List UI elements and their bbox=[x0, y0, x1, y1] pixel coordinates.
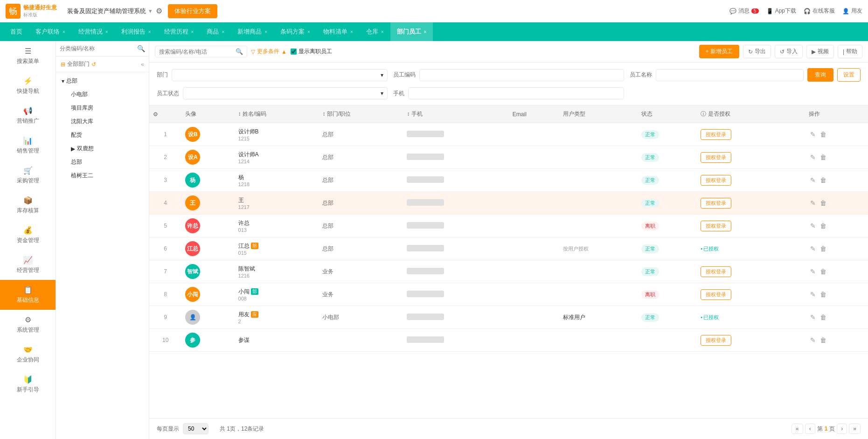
dept-collapse-btn[interactable]: « bbox=[141, 61, 144, 68]
edit-button[interactable]: ✎ bbox=[810, 176, 816, 184]
nav-tab-商品[interactable]: 商品× bbox=[200, 22, 231, 41]
add-employee-button[interactable]: + 新增员工 bbox=[699, 45, 739, 58]
delete-button[interactable]: 🗑 bbox=[820, 222, 826, 230]
nav-tab-经营历程[interactable]: 经营历程× bbox=[158, 22, 201, 41]
delete-button[interactable]: 🗑 bbox=[820, 268, 826, 275]
message-button[interactable]: 💬 消息 5 bbox=[729, 7, 759, 15]
edit-button[interactable]: ✎ bbox=[810, 336, 816, 344]
dept-item-shenyang[interactable]: 沈阳大库 bbox=[65, 115, 149, 128]
dept-item-zhishu[interactable]: 植树王二 bbox=[65, 169, 149, 182]
sidebar-item-purchase[interactable]: 🛒采购管理 bbox=[0, 160, 56, 190]
auth-login-button[interactable]: 授权登录 bbox=[701, 289, 731, 300]
sidebar-item-marketing[interactable]: 📢营销推广 bbox=[0, 101, 56, 131]
export-button[interactable]: ↻ 导出 bbox=[743, 45, 771, 58]
delete-button[interactable]: 🗑 bbox=[820, 291, 826, 298]
sidebar-item-basic[interactable]: 📋基础信息 bbox=[0, 280, 56, 310]
nav-tab-close-利润报告[interactable]: × bbox=[148, 29, 151, 35]
nav-tab-经营情况[interactable]: 经营情况× bbox=[72, 22, 115, 41]
last-page-button[interactable]: » bbox=[849, 424, 861, 434]
auth-login-button[interactable]: 授权登录 bbox=[701, 335, 731, 346]
filter-set-button[interactable]: 设置 bbox=[837, 68, 861, 82]
edit-button[interactable]: ✎ bbox=[810, 245, 816, 252]
delete-button[interactable]: 🗑 bbox=[820, 199, 826, 207]
auth-login-button[interactable]: 授权登录 bbox=[701, 221, 731, 231]
nav-tab-客户联络[interactable]: 客户联络× bbox=[29, 22, 72, 41]
dropdown-arrow-system[interactable]: ▾ bbox=[149, 7, 152, 14]
edit-button[interactable]: ✎ bbox=[810, 153, 816, 161]
nav-tab-close-仓库[interactable]: × bbox=[381, 29, 384, 35]
dept-item-zongbu[interactable]: 总部 bbox=[65, 155, 149, 169]
filter-search-button[interactable]: 查询 bbox=[807, 68, 833, 82]
gear-icon[interactable]: ⚙ bbox=[156, 7, 162, 15]
col-phone[interactable]: ↕ 手机 bbox=[403, 105, 509, 123]
auth-login-button[interactable]: 授权登录 bbox=[701, 129, 731, 140]
user-button[interactable]: 👤 用友 bbox=[842, 7, 862, 15]
nav-tab-close-条码方案[interactable]: × bbox=[307, 29, 310, 35]
show-resigned-checkbox[interactable] bbox=[291, 49, 297, 55]
nav-tab-close-新增商品[interactable]: × bbox=[264, 29, 267, 35]
col-dept[interactable]: ↕ 部门/职位 bbox=[319, 105, 403, 123]
filter-phone-input[interactable] bbox=[408, 87, 624, 99]
nav-tab-close-商品[interactable]: × bbox=[222, 29, 224, 35]
delete-button[interactable]: 🗑 bbox=[820, 153, 826, 161]
nav-tab-利润报告[interactable]: 利润报告× bbox=[115, 22, 158, 41]
filter-empname-input[interactable] bbox=[656, 69, 804, 81]
delete-button[interactable]: 🗑 bbox=[820, 176, 826, 184]
help-button[interactable]: | 帮助 bbox=[838, 45, 862, 58]
edit-button[interactable]: ✎ bbox=[810, 314, 816, 321]
sidebar-item-guide[interactable]: 🔰新手引导 bbox=[0, 369, 56, 399]
nav-tab-仓库[interactable]: 仓库× bbox=[360, 22, 390, 41]
filter-dept-select[interactable]: ▾ bbox=[172, 69, 388, 81]
app-download-button[interactable]: 📱 App下载 bbox=[766, 7, 796, 15]
auth-login-button[interactable]: 授权登录 bbox=[701, 175, 731, 186]
edit-button[interactable]: ✎ bbox=[810, 222, 816, 230]
nav-tab-close-物料清单[interactable]: × bbox=[350, 29, 353, 35]
col-settings[interactable]: ⚙ bbox=[149, 105, 181, 123]
edit-button[interactable]: ✎ bbox=[810, 131, 816, 138]
edit-button[interactable]: ✎ bbox=[810, 199, 816, 207]
next-page-button[interactable]: › bbox=[837, 424, 847, 434]
nav-tab-close-经营历程[interactable]: × bbox=[191, 29, 194, 35]
sidebar-item-operation[interactable]: 📈经营管理 bbox=[0, 250, 56, 280]
more-filter-button[interactable]: ▽ 更多条件 ▲ bbox=[251, 48, 287, 56]
nav-tab-新增商品[interactable]: 新增商品× bbox=[231, 22, 274, 41]
sidebar-item-sales[interactable]: 📊销售管理 bbox=[0, 131, 56, 160]
dept-item-peihuo[interactable]: 配货 bbox=[65, 128, 149, 142]
nav-tab-条码方案[interactable]: 条码方案× bbox=[274, 22, 317, 41]
filter-status-select[interactable]: ▾ bbox=[183, 87, 388, 99]
sidebar-item-collab[interactable]: 🤝企业协同 bbox=[0, 340, 56, 369]
filter-empcode-input[interactable] bbox=[419, 69, 624, 81]
delete-button[interactable]: 🗑 bbox=[820, 314, 826, 321]
dept-item-xiaodian[interactable]: 小电部 bbox=[65, 88, 149, 101]
import-button[interactable]: ↺ 导入 bbox=[775, 45, 803, 58]
dept-item-root[interactable]: ▾ 总部 bbox=[56, 74, 149, 88]
trial-button[interactable]: 体验行业方案 bbox=[168, 4, 217, 18]
nav-tab-物料清单[interactable]: 物料清单× bbox=[317, 22, 360, 41]
delete-button[interactable]: 🗑 bbox=[820, 245, 826, 252]
nav-tab-部门员工[interactable]: 部门员工× bbox=[390, 22, 433, 41]
first-page-button[interactable]: « bbox=[792, 424, 803, 434]
sidebar-item-inventory[interactable]: 📦库存核算 bbox=[0, 190, 56, 220]
video-button[interactable]: ▶ 视频 bbox=[806, 45, 834, 58]
dept-item-shuanglu[interactable]: ▶双鹿想 bbox=[65, 142, 149, 155]
edit-button[interactable]: ✎ bbox=[810, 268, 816, 275]
employee-search-input[interactable] bbox=[159, 49, 234, 55]
col-name[interactable]: ↕ 姓名/编码 bbox=[235, 105, 319, 123]
per-page-select[interactable]: 50 100 200 bbox=[183, 423, 208, 434]
delete-button[interactable]: 🗑 bbox=[820, 336, 826, 344]
dept-refresh-icon[interactable]: ↺ bbox=[91, 61, 96, 68]
delete-button[interactable]: 🗑 bbox=[820, 131, 826, 138]
nav-tab-close-客户联络[interactable]: × bbox=[62, 29, 65, 35]
dept-header-label[interactable]: 全部部门 bbox=[67, 60, 90, 68]
employee-search-icon[interactable]: 🔍 bbox=[236, 48, 243, 55]
support-button[interactable]: 🎧 在线客服 bbox=[804, 7, 835, 15]
nav-tab-首页[interactable]: 首页 bbox=[4, 22, 29, 41]
prev-page-button[interactable]: ‹ bbox=[805, 424, 815, 434]
nav-tab-close-部门员工[interactable]: × bbox=[424, 29, 427, 35]
sidebar-item-finance[interactable]: 💰资金管理 bbox=[0, 220, 56, 250]
sidebar-item-nav[interactable]: ⚡快捷导航 bbox=[0, 71, 56, 101]
edit-button[interactable]: ✎ bbox=[810, 291, 816, 298]
dept-item-xiangmu[interactable]: 项目库房 bbox=[65, 101, 149, 115]
auth-login-button[interactable]: 授权登录 bbox=[701, 266, 731, 277]
auth-login-button[interactable]: 授权登录 bbox=[701, 152, 731, 163]
